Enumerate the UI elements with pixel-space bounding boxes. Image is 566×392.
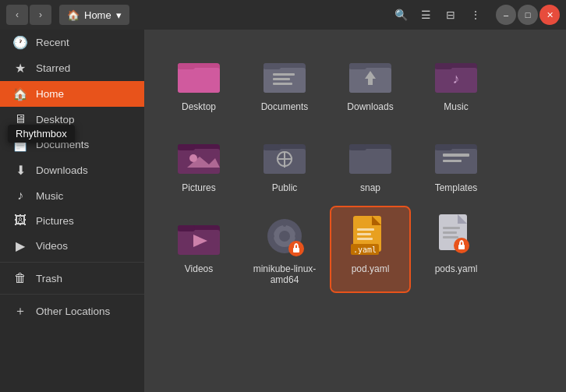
file-item-pod-yaml[interactable]: .yaml pod.yaml <box>331 207 409 291</box>
file-item-documents[interactable]: Documents <box>246 45 324 118</box>
file-item-downloads[interactable]: Downloads <box>331 45 409 118</box>
svg-rect-59 <box>443 236 458 238</box>
close-button[interactable]: ✕ <box>539 5 560 25</box>
svg-rect-51 <box>357 233 371 235</box>
sidebar-item-starred[interactable]: ★ Starred <box>0 55 144 81</box>
sidebar-label-home: Home <box>36 88 64 100</box>
sidebar-label-starred: Starred <box>36 62 70 74</box>
pods-yaml-icon <box>433 214 479 260</box>
sidebar-divider <box>0 262 144 263</box>
desktop-folder-icon <box>175 51 222 98</box>
svg-rect-34 <box>443 160 462 162</box>
minikube-icon <box>261 214 308 260</box>
forward-button[interactable]: › <box>30 5 51 25</box>
pictures-icon: 🖼 <box>12 214 28 228</box>
file-item-music[interactable]: ♪ Music <box>417 45 495 118</box>
toolbar-actions: 🔍 ☰ ⊟ ⋮ <box>390 5 486 25</box>
documents-label: Documents <box>261 101 309 112</box>
sidebar-divider2 <box>0 294 144 295</box>
templates-folder-icon <box>433 132 479 179</box>
svg-rect-61 <box>458 245 465 249</box>
svg-text:.yaml: .yaml <box>353 245 377 254</box>
sidebar-label-trash: Trash <box>36 273 62 284</box>
other-locations-icon: ＋ <box>12 303 28 320</box>
svg-rect-42 <box>283 221 286 227</box>
trash-icon: 🗑 <box>12 271 28 285</box>
sidebar-item-home[interactable]: 🏠 Home <box>0 81 144 107</box>
downloads-folder-icon <box>347 51 394 98</box>
sidebar-label-downloads: Downloads <box>36 164 88 176</box>
downloads-label: Downloads <box>347 101 393 112</box>
pod-yaml-label: pod.yaml <box>352 263 390 274</box>
view-list-button[interactable]: ☰ <box>415 5 437 25</box>
sidebar-item-documents[interactable]: 📄 Documents <box>0 132 144 157</box>
file-item-snap[interactable]: snap <box>331 126 409 200</box>
minimize-button[interactable]: – <box>496 5 516 25</box>
snap-label: snap <box>360 182 380 193</box>
starred-icon: ★ <box>12 61 28 76</box>
videos-label: Videos <box>185 263 213 274</box>
documents-folder-icon <box>261 51 308 98</box>
view-options-button[interactable]: ⊟ <box>440 5 462 25</box>
svg-rect-28 <box>349 149 391 174</box>
main-layout: Rhythmbox 🕐 Recent ★ Starred 🏠 Home 🖥 De… <box>0 30 566 392</box>
snap-folder-icon <box>347 132 394 179</box>
svg-rect-1 <box>178 68 220 93</box>
file-content: Desktop Documents <box>144 30 566 392</box>
home-icon: 🏠 <box>67 9 80 21</box>
back-button[interactable]: ‹ <box>6 5 28 25</box>
file-item-pods-yaml[interactable]: pods.yaml <box>417 207 495 291</box>
file-item-public[interactable]: Public <box>246 126 324 200</box>
sidebar-item-music[interactable]: ♪ Music <box>0 183 144 208</box>
sidebar-label-recent: Recent <box>36 37 69 48</box>
svg-rect-57 <box>443 227 460 229</box>
music-folder-icon: ♪ <box>433 51 479 98</box>
recent-icon: 🕐 <box>12 35 28 50</box>
svg-rect-58 <box>443 231 457 234</box>
videos-icon: ▶ <box>12 238 28 253</box>
svg-rect-37 <box>178 225 195 231</box>
svg-rect-44 <box>268 235 274 238</box>
sidebar-label-music: Music <box>36 190 63 202</box>
svg-rect-15 <box>435 63 452 69</box>
pod-yaml-icon: .yaml <box>347 214 394 260</box>
maximize-button[interactable]: □ <box>518 5 538 25</box>
documents-icon: 📄 <box>12 137 28 152</box>
svg-rect-47 <box>293 248 299 253</box>
svg-rect-45 <box>295 235 301 238</box>
svg-rect-5 <box>264 63 281 69</box>
sidebar-item-recent[interactable]: 🕐 Recent <box>0 30 144 55</box>
sidebar-item-desktop[interactable]: 🖥 Desktop <box>0 107 144 132</box>
sidebar: Rhythmbox 🕐 Recent ★ Starred 🏠 Home 🖥 De… <box>0 30 144 392</box>
sidebar-item-downloads[interactable]: ⬇ Downloads <box>0 157 144 183</box>
svg-rect-52 <box>357 238 373 240</box>
templates-label: Templates <box>435 182 478 193</box>
pictures-label: Pictures <box>182 182 215 193</box>
svg-point-41 <box>279 231 290 242</box>
sidebar-item-pictures[interactable]: 🖼 Pictures <box>0 208 144 233</box>
file-item-pictures[interactable]: Pictures <box>160 126 238 200</box>
svg-rect-43 <box>283 247 286 253</box>
sidebar-label-videos: Videos <box>36 240 68 252</box>
svg-rect-19 <box>178 144 195 150</box>
svg-rect-8 <box>273 83 292 85</box>
more-options-button[interactable]: ⋮ <box>465 5 486 25</box>
file-item-videos[interactable]: Videos <box>160 207 238 291</box>
sidebar-item-videos[interactable]: ▶ Videos <box>0 233 144 259</box>
search-button[interactable]: 🔍 <box>390 5 412 25</box>
public-folder-icon <box>261 132 308 179</box>
file-item-minikube[interactable]: minikube-linux-amd64 <box>246 207 324 291</box>
public-label: Public <box>272 182 298 193</box>
sidebar-item-other-locations[interactable]: ＋ Other Locations <box>0 298 144 325</box>
file-item-desktop[interactable]: Desktop <box>160 45 238 118</box>
videos-folder-icon <box>175 214 222 260</box>
sidebar-label-documents: Documents <box>36 139 89 150</box>
music-label: Music <box>444 101 468 112</box>
file-item-templates[interactable]: Templates <box>417 126 495 200</box>
downloads-icon: ⬇ <box>12 163 28 178</box>
sidebar-item-trash[interactable]: 🗑 Trash <box>0 266 144 291</box>
svg-text:♪: ♪ <box>453 71 460 87</box>
path-bar[interactable]: 🏠 Home ▾ <box>59 5 129 25</box>
sidebar-label-desktop: Desktop <box>36 114 75 125</box>
svg-rect-11 <box>349 63 366 69</box>
